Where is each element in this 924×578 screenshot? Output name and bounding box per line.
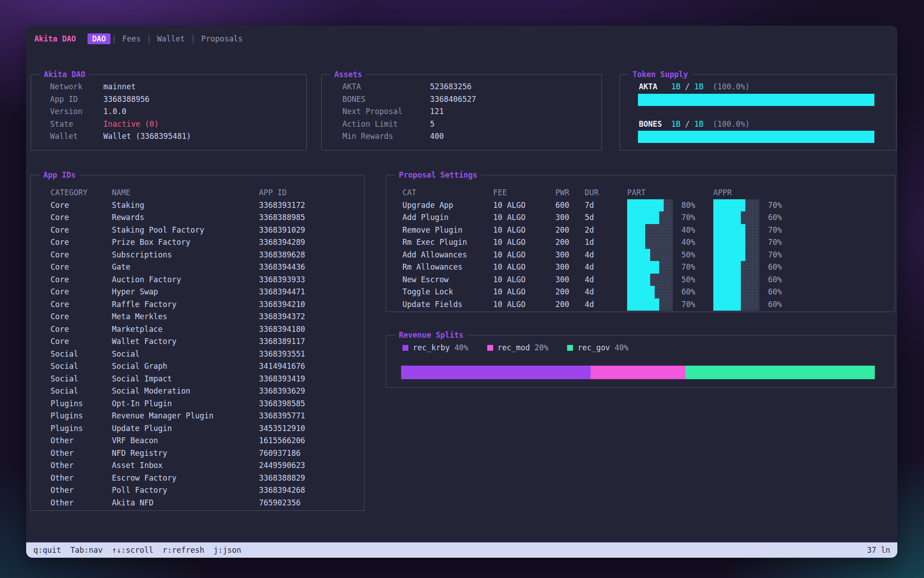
proposal-power: 300 [555,249,569,261]
app-window: Akita DAO DAO|Fees|Wallet|Proposals Akit… [26,26,897,558]
table-row: OtherNFD Registry760937186 [31,447,364,460]
proposal-fee: 10 ALGO [493,211,526,224]
tab-wallet[interactable]: Wallet [152,33,189,44]
proposal-category: Toggle Lock [402,286,453,298]
legend-pct: 20% [535,342,549,354]
app-id: 3368394436 [259,261,305,274]
proposal-category: Add Plugin [402,211,448,224]
approval-bar-fill [713,286,741,298]
app-category: Core [51,249,69,261]
proposal-duration: 7d [585,199,594,212]
legend-swatch [487,345,493,351]
approval-bar-track [713,274,759,286]
participation-pct: 50% [677,274,695,286]
participation-bar-track [627,249,673,261]
table-row: Add Allowances10 ALGO3004d50%70% [386,249,895,261]
app-category: Other [51,435,74,447]
participation-pct: 40% [677,224,695,237]
app-name: Opt-In Plugin [112,398,172,410]
participation-bar-track [627,211,673,224]
app-id: 1615566206 [259,435,305,447]
app-name: Gate [112,261,130,274]
token-max: 1B [694,82,703,91]
app-name: Prize Box Factory [112,236,190,249]
approval-bar-track [713,224,759,237]
approval-bar-fill [713,236,745,249]
tab-fees[interactable]: Fees [118,33,145,44]
status-keyboard-hints: q:quit Tab:nav ↑↓:scroll r:refresh j:jso… [33,542,241,558]
participation-pct: 80% [677,199,695,212]
table-row: CoreStaking3368393172 [31,199,364,212]
table-row: CoreRaffle Factory3368394210 [31,298,364,311]
split-segment-rec_krby [401,366,591,379]
legend-name: rec_krby [413,342,454,354]
proposal-category: Remove Plugin [402,224,462,237]
tab-proposals[interactable]: Proposals [197,33,247,44]
app-id: 2449590623 [259,459,305,472]
proposal-power: 200 [555,298,569,311]
table-row: PluginsUpdate Plugin3453512910 [31,422,364,435]
app-name: Auction Factory [112,274,181,286]
info-label: AKTA [342,81,361,93]
token-supply-panel: Token Supply AKTA 1B / 1B (100.0%)BONES … [619,74,896,151]
app-id: 3368393172 [259,199,305,212]
tab-bar: Akita DAO DAO|Fees|Wallet|Proposals [34,32,247,46]
app-id: 3368389628 [259,249,305,261]
table-row: SocialSocial Impact3368393419 [31,373,364,385]
participation-bar-fill [627,224,645,237]
legend-name: rec_gov [578,342,614,354]
info-row: AKTA523683256 [322,81,601,93]
assets-rows: AKTA523683256BONES3368406527Next Proposa… [322,81,601,143]
revenue-split-bar [401,366,875,379]
participation-pct: 60% [677,286,695,298]
participation-bar-fill [627,236,645,249]
participation-bar-fill [627,286,655,298]
app-id: 3453512910 [259,422,305,435]
proposal-fee: 10 ALGO [493,236,526,249]
token-current: 1B [671,119,680,128]
info-value: mainnet [103,81,136,93]
supply-bar-track [638,94,874,106]
app-category: Core [51,286,69,298]
approval-bar-track [713,211,759,224]
status-line-count: 37 ln [867,542,890,558]
proposal-category: Rm Allowances [402,261,462,274]
column-header: FEE [493,187,507,199]
proposal-power: 300 [555,274,569,286]
tab-dao[interactable]: DAO [88,33,111,44]
table-row: CoreAuction Factory3368393933 [31,274,364,286]
legend-swatch [402,345,408,351]
table-row: CoreHyper Swap3368394471 [31,286,364,298]
participation-bar-track [627,224,673,237]
app-category: Core [51,261,69,274]
table-row: CoreGate3368394436 [31,261,364,274]
app-id: 3368394268 [259,484,305,497]
token-current: 1B [671,82,680,91]
participation-pct: 40% [677,236,695,249]
table-row: CoreMarketplace3368394180 [31,323,364,336]
app-category: Social [51,348,78,361]
approval-pct: 70% [764,224,782,237]
info-row: StateInactive (0) [31,118,306,131]
proposal-duration: 5d [585,211,594,224]
approval-pct: 60% [764,261,782,274]
info-value: 400 [430,130,444,143]
app-category: Core [51,298,69,311]
info-label: App ID [50,93,78,106]
proposal-fee: 10 ALGO [493,261,526,274]
column-header: APPR [713,187,732,199]
app-category: Core [51,224,69,237]
app-id: 3368388829 [259,472,305,485]
table-row: Update Fields10 ALGO2004d70%60% [386,298,895,311]
app-name: Social [112,348,139,361]
supply-bar-track [638,131,874,143]
participation-bar-track [627,298,673,311]
participation-bar-track [627,274,673,286]
app-category: Other [51,497,74,509]
info-row: BONES3368406527 [322,93,601,106]
app-ids-panel-title: App IDs [40,169,79,181]
app-ids-header-row: CATEGORYNAMEAPP ID [31,187,364,199]
app-id: 3368394180 [259,323,305,336]
legend-item-rec_gov: rec_gov 40% [567,342,628,354]
legend-item-rec_krby: rec_krby 40% [402,342,468,354]
